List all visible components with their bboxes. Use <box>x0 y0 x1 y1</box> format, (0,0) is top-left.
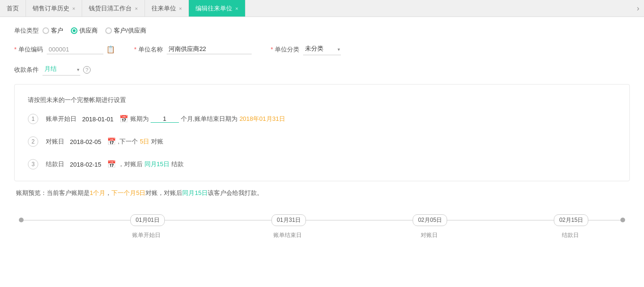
section-title: 请按照未来的一个完整帐期进行设置 <box>28 96 616 104</box>
step-3-row: 3 结款日 2018-02-15 📅 ，对账后 同月15日 结款 <box>28 159 616 169</box>
tl-node-1: 01月01日 <box>130 214 165 226</box>
step-1-mid: 账期为 <box>130 115 149 123</box>
tl-node-2: 01月31日 <box>271 214 306 226</box>
radio-both-label: 客户/供应商 <box>114 26 146 35</box>
name-input[interactable] <box>167 45 252 54</box>
tab-sales-history-close[interactable]: × <box>72 6 75 11</box>
preview-sep1: ， <box>105 189 111 196</box>
tl-badge-0: 01月01日 <box>130 214 165 226</box>
tab-edit-partner[interactable]: 编辑往来单位 × <box>189 0 245 17</box>
tl-badge-3: 02月15日 <box>554 214 588 226</box>
unit-type-row: 单位类型 客户 供应商 客户/供应商 <box>14 26 630 35</box>
category-label: 单位分类 <box>275 45 299 54</box>
step-1-num: 1 <box>28 114 38 124</box>
unit-type-label: 单位类型 <box>14 26 39 35</box>
tab-home-label: 首页 <box>7 4 19 13</box>
code-field-wrap: * 单位编码 📋 <box>14 45 115 54</box>
payment-label: 收款条件 <box>14 66 39 74</box>
tab-sales-history-label: 销售订单历史 <box>33 4 69 13</box>
code-label: 单位编码 <box>18 45 43 54</box>
payment-value: 月结 <box>42 64 80 74</box>
tl-badge-2: 02月05日 <box>413 214 447 226</box>
name-required: * <box>134 46 136 53</box>
step-3-label: 结款日 <box>46 160 64 169</box>
preview-part3: 同月15日 <box>182 189 207 196</box>
radio-supplier-label: 供应商 <box>79 26 98 35</box>
tl-line-1 <box>165 220 271 220</box>
step-3-num: 3 <box>28 159 38 169</box>
step-3-highlight: 同月15日 <box>144 160 169 169</box>
preview-sep2: 对账，对账后 <box>145 189 182 196</box>
tab-home[interactable]: 首页 <box>0 0 26 17</box>
payment-select[interactable]: 月结 ▾ <box>42 64 80 76</box>
step-3-prefix: ，对账后 <box>118 160 143 169</box>
timeline-row: 01月01日 01月31日 02月05日 02月15日 <box>19 211 625 229</box>
tl-node-4: 02月15日 <box>554 214 588 226</box>
tl-line-2 <box>306 220 413 220</box>
tab-cashflow[interactable]: 钱货日清工作台 × <box>82 0 144 17</box>
preview-prefix: 账期预览：当前客户账期是 <box>16 189 90 196</box>
step-2-date: 2018-02-05 <box>70 138 102 145</box>
step-2-label: 对账日 <box>46 137 64 146</box>
step-1-suffix: 个月,账单结束日期为 <box>181 115 238 123</box>
tab-edit-partner-close[interactable]: × <box>235 6 238 11</box>
step-2-cal-icon[interactable]: 📅 <box>107 137 116 146</box>
tl-label-1: 账单结束日 <box>269 231 306 239</box>
step-3-suffix: 结款 <box>171 160 184 169</box>
radio-both-circle <box>105 27 112 34</box>
code-name-row: * 单位编码 📋 * 单位名称 * 单位分类 未分类 ▾ <box>14 43 630 55</box>
tab-partners-close[interactable]: × <box>179 6 182 11</box>
code-copy-icon[interactable]: 📋 <box>106 45 115 54</box>
step-1-months-input[interactable] <box>151 115 179 123</box>
step-2-suffix: 对账 <box>151 137 163 146</box>
step-2-num: 2 <box>28 136 38 147</box>
preview-suffix: 该客户会给我打款。 <box>208 189 263 196</box>
payment-help-icon[interactable]: ? <box>83 66 91 74</box>
tl-badge-1: 01月31日 <box>271 214 306 226</box>
tab-cashflow-label: 钱货日清工作台 <box>89 4 132 13</box>
timeline-container: 01月01日 01月31日 02月05日 02月15日 <box>14 209 630 239</box>
step-1-row: 1 账单开始日 2018-01-01 📅 账期为 个月,账单结束日期为 2018… <box>28 114 616 124</box>
tl-label-3: 结款日 <box>551 231 589 239</box>
tl-node-3: 02月05日 <box>413 214 447 226</box>
preview-part1: 1个月 <box>90 189 105 196</box>
radio-supplier[interactable]: 供应商 <box>71 26 98 35</box>
unit-type-radio-group: 客户 供应商 客户/供应商 <box>42 26 146 35</box>
step-2-prefix: ,下一个 <box>118 137 138 146</box>
step-1-label: 账单开始日 <box>46 115 76 123</box>
tl-line-4 <box>588 220 620 220</box>
tab-edit-partner-label: 编辑往来单位 <box>195 4 232 13</box>
category-select[interactable]: 未分类 ▾ <box>303 43 341 55</box>
settings-section: 请按照未来的一个完整帐期进行设置 1 账单开始日 2018-01-01 📅 账期… <box>14 84 630 181</box>
step-3-cal-icon[interactable]: 📅 <box>107 160 116 169</box>
tl-line-0 <box>24 220 130 220</box>
step-2-row: 2 对账日 2018-02-05 📅 ,下一个 5日 对账 <box>28 136 616 147</box>
category-field-wrap: * 单位分类 未分类 ▾ <box>271 43 341 55</box>
step-3-date: 2018-02-15 <box>70 161 102 168</box>
tl-line-3 <box>447 220 554 220</box>
step-1-date: 2018-01-01 <box>82 116 114 123</box>
step-1-cal-icon[interactable]: 📅 <box>119 115 128 123</box>
radio-customer[interactable]: 客户 <box>42 26 63 35</box>
step-1-highlight: 2018年01月31日 <box>239 115 285 123</box>
tab-bar: 首页 销售订单历史 × 钱货日清工作台 × 往来单位 × 编辑往来单位 × › <box>0 0 644 17</box>
tab-cashflow-close[interactable]: × <box>135 6 137 11</box>
preview-part2: 下一个月5日 <box>111 189 145 196</box>
radio-customer-circle <box>42 27 49 34</box>
timeline-left-dot <box>19 218 24 222</box>
name-field-wrap: * 单位名称 <box>134 45 252 54</box>
name-label: 单位名称 <box>138 45 163 54</box>
radio-both[interactable]: 客户/供应商 <box>105 26 146 35</box>
timeline-right-dot <box>620 218 625 222</box>
tab-sales-history[interactable]: 销售订单历史 × <box>26 0 82 17</box>
category-required: * <box>271 46 273 53</box>
tl-label-0: 账单开始日 <box>127 231 165 239</box>
tl-label-2: 对账日 <box>410 231 448 239</box>
tab-partners[interactable]: 往来单位 × <box>145 0 189 17</box>
category-value: 未分类 <box>303 43 341 54</box>
radio-supplier-circle <box>71 27 77 34</box>
tab-more-button[interactable]: › <box>632 0 644 17</box>
timeline-labels-row: 账单开始日 账单结束日 对账日 结款日 <box>19 231 625 239</box>
code-input[interactable] <box>47 45 103 54</box>
preview-text: 账期预览：当前客户账期是1个月，下一个月5日对账，对账后同月15日该客户会给我打… <box>14 189 630 197</box>
